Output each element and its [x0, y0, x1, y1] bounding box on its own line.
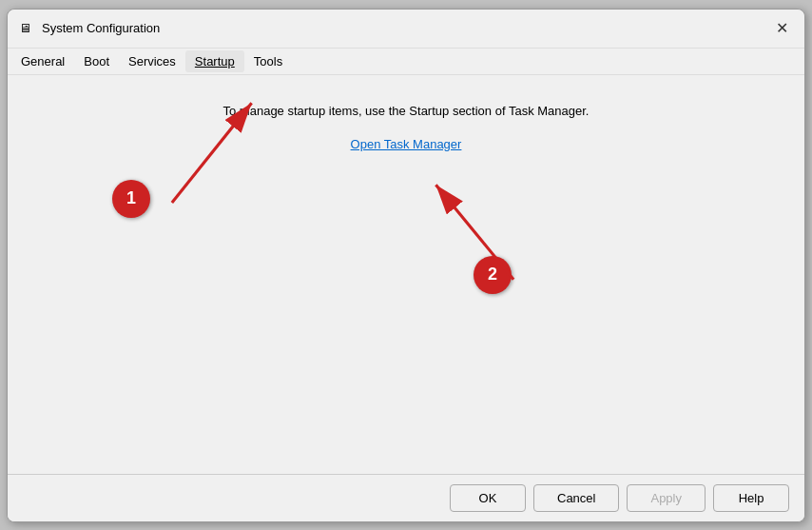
apply-button[interactable]: Apply	[627, 484, 706, 512]
menu-bar: General Boot Services Startup Tools	[8, 49, 804, 75]
system-configuration-window: 🖥 System Configuration ✕ General Boot Se…	[7, 9, 805, 522]
content-area: To manage startup items, use the Startup…	[8, 75, 804, 474]
open-task-manager-link[interactable]: Open Task Manager	[351, 137, 462, 151]
footer: OK Cancel Apply Help	[8, 474, 804, 521]
menu-item-tools[interactable]: Tools	[244, 50, 292, 72]
annotation-1: 1	[112, 180, 150, 218]
menu-item-services[interactable]: Services	[119, 50, 185, 72]
menu-item-boot[interactable]: Boot	[74, 50, 119, 72]
info-text: To manage startup items, use the Startup…	[223, 104, 590, 118]
annotation-2: 2	[474, 256, 512, 294]
help-button[interactable]: Help	[713, 484, 789, 512]
svg-line-2	[172, 103, 252, 203]
cancel-button[interactable]: Cancel	[533, 484, 619, 512]
menu-item-startup[interactable]: Startup	[185, 50, 244, 72]
menu-item-general[interactable]: General	[11, 50, 74, 72]
window-title: System Configuration	[42, 21, 160, 35]
close-button[interactable]: ✕	[770, 17, 793, 40]
ok-button[interactable]: OK	[450, 484, 526, 512]
window-icon: 🖥	[19, 21, 34, 36]
title-bar: 🖥 System Configuration ✕	[8, 10, 804, 49]
arrows-overlay	[8, 75, 804, 474]
title-bar-left: 🖥 System Configuration	[19, 21, 160, 36]
